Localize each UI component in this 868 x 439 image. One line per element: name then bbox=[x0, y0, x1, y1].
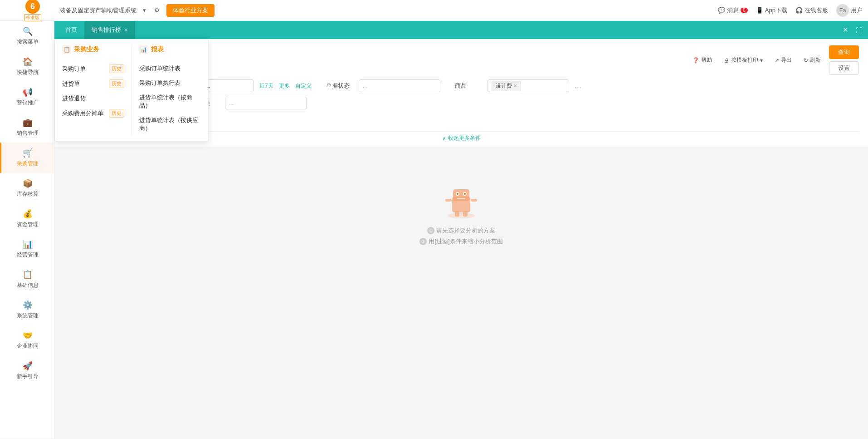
empty-state: ① 请先选择要分析的方案 ② 用[过滤]条件来缩小分析范围 bbox=[54, 147, 868, 285]
history-tag-stock: 历史 bbox=[109, 79, 124, 88]
help-icon: ❓ bbox=[692, 57, 699, 64]
sidebar-item-guide[interactable]: 🚀 新手引导 bbox=[0, 355, 54, 386]
message-badge: 6 bbox=[741, 8, 748, 13]
settings-page-btn[interactable]: 设置 bbox=[829, 61, 859, 75]
sidebar-item-enterprise[interactable]: 🤝 企业协同 bbox=[0, 325, 54, 355]
history-tag-fee: 历史 bbox=[109, 109, 124, 118]
purchase-dropdown-menu: 📋 采购业务 采购订单 历史 进货单 历史 进货退货 采购费用分摊单 历史 📊 … bbox=[54, 39, 209, 142]
purchase-header-icon: 📋 bbox=[62, 45, 71, 54]
export-icon: ↗ bbox=[775, 57, 779, 64]
svg-point-6 bbox=[464, 193, 466, 195]
report-order-stat-item[interactable]: 采购订单统计表 bbox=[139, 61, 201, 76]
goods-label: 商品 bbox=[455, 82, 482, 90]
phone-icon: 📱 bbox=[756, 7, 763, 14]
sidebar-item-finance[interactable]: 💰 资金管理 bbox=[0, 203, 54, 234]
user-btn[interactable]: Ea 用户 bbox=[836, 4, 863, 17]
purchase-icon: 🛒 bbox=[23, 148, 33, 158]
tab-close-icon[interactable]: ✕ bbox=[124, 27, 128, 33]
report-header-icon: 📊 bbox=[139, 45, 148, 54]
salesman-placeholder: ... bbox=[229, 100, 234, 106]
status-placeholder: ... bbox=[363, 83, 367, 89]
refresh-icon: ↻ bbox=[804, 57, 808, 64]
headset-icon: 🎧 bbox=[795, 7, 803, 14]
empty-step1: ① 请先选择要分析的方案 bbox=[427, 227, 495, 235]
status-label: 单据状态 bbox=[326, 82, 353, 90]
operation-icon: 📊 bbox=[23, 239, 33, 249]
sales-icon: 💼 bbox=[23, 118, 33, 128]
basic-icon: 📋 bbox=[23, 270, 33, 280]
report-supplier-stat-item[interactable]: 进货单统计表（按供应商） bbox=[139, 113, 201, 136]
system-dropdown-btn[interactable]: ▾ bbox=[139, 5, 149, 15]
purchase-order-item[interactable]: 采购订单 历史 bbox=[62, 61, 124, 76]
empty-illustration bbox=[439, 183, 484, 219]
report-order-exec-item[interactable]: 采购订单执行表 bbox=[139, 76, 201, 90]
svg-rect-8 bbox=[445, 199, 452, 202]
collapse-icon: ∧ bbox=[442, 135, 446, 142]
sidebar-item-system[interactable]: ⚙️ 系统管理 bbox=[0, 295, 54, 325]
sidebar-item-quick-nav[interactable]: 🏠 快捷导航 bbox=[0, 51, 54, 82]
marketing-icon: 📢 bbox=[23, 87, 33, 97]
svg-rect-2 bbox=[453, 189, 469, 201]
empty-step2: ② 用[过滤]条件来缩小分析范围 bbox=[419, 237, 502, 246]
svg-point-5 bbox=[457, 193, 458, 195]
finance-icon: 💰 bbox=[23, 209, 33, 219]
refresh-btn[interactable]: ↻ 刷新 bbox=[800, 54, 824, 66]
shortcut-custom[interactable]: 自定义 bbox=[295, 82, 312, 90]
logo-icon: 6 bbox=[25, 0, 40, 14]
purchase-stock-item[interactable]: 进货单 历史 bbox=[62, 76, 124, 91]
purchase-col: 📋 采购业务 采购订单 历史 进货单 历史 进货退货 采购费用分摊单 历史 bbox=[55, 45, 132, 136]
shortcut-more[interactable]: 更多 bbox=[279, 82, 290, 90]
inventory-icon: 📦 bbox=[23, 178, 33, 188]
message-icon: 💬 bbox=[718, 7, 725, 14]
goods-tag: 设计费 × bbox=[492, 81, 521, 91]
report-goods-stat-item[interactable]: 进货单统计表（按商品） bbox=[139, 90, 201, 113]
goods-more-icon[interactable]: ... bbox=[575, 83, 582, 89]
tab-home[interactable]: 首页 bbox=[58, 21, 84, 39]
sidebar-item-search[interactable]: 🔍 搜索菜单 bbox=[0, 21, 54, 51]
top-header: 6 标准版 装备及固定资产辅助管理系统 ▾ ⚙ 体验行业方案 💬 消息 6 📱 … bbox=[0, 0, 868, 21]
tab-close-all-icon[interactable]: ✕ bbox=[841, 24, 850, 36]
logo-tag: 标准版 bbox=[24, 14, 41, 21]
sidebar: 🔍 搜索菜单 🏠 快捷导航 📢 营销推广 💼 销售管理 🛒 采购管理 📦 库存核… bbox=[0, 21, 54, 439]
online-service-btn[interactable]: 🎧 在线客服 bbox=[795, 6, 828, 15]
history-tag-order: 历史 bbox=[109, 64, 124, 73]
svg-rect-7 bbox=[457, 198, 465, 199]
help-btn[interactable]: ❓ 帮助 bbox=[689, 54, 716, 66]
svg-point-0 bbox=[448, 213, 475, 218]
enterprise-icon: 🤝 bbox=[23, 330, 33, 340]
sidebar-item-marketing[interactable]: 📢 营销推广 bbox=[0, 82, 54, 112]
export-btn[interactable]: ↗ 导出 bbox=[771, 54, 795, 66]
industry-btn[interactable]: 体验行业方案 bbox=[166, 4, 215, 17]
system-icon: ⚙️ bbox=[23, 300, 33, 310]
svg-rect-10 bbox=[455, 211, 459, 217]
collapse-btn[interactable]: ∧ 收起更多条件 bbox=[442, 134, 481, 142]
print-icon: 🖨 bbox=[724, 57, 729, 64]
system-title: 装备及固定资产辅助管理系统 ▾ ⚙ bbox=[60, 5, 162, 15]
message-btn[interactable]: 💬 消息 6 bbox=[718, 6, 748, 15]
purchase-return-item[interactable]: 进货退货 bbox=[62, 91, 124, 106]
sidebar-item-inventory[interactable]: 📦 库存核算 bbox=[0, 173, 54, 203]
svg-rect-11 bbox=[463, 211, 468, 217]
sidebar-item-basic[interactable]: 📋 基础信息 bbox=[0, 264, 54, 295]
settings-icon-btn[interactable]: ⚙ bbox=[152, 5, 162, 15]
purchase-header: 📋 采购业务 bbox=[62, 45, 124, 57]
query-btn[interactable]: 查询 bbox=[829, 45, 859, 59]
avatar: Ea bbox=[836, 4, 849, 17]
purchase-fee-item[interactable]: 采购费用分摊单 历史 bbox=[62, 106, 124, 121]
guide-icon: 🚀 bbox=[23, 361, 33, 371]
print-btn[interactable]: 🖨 按模板打印 ▾ bbox=[720, 54, 766, 66]
tab-expand-icon[interactable]: ⛶ bbox=[854, 25, 864, 36]
tab-sales-rank[interactable]: 销售排行榜 ✕ bbox=[84, 21, 135, 39]
shortcut-7days[interactable]: 近7天 bbox=[259, 82, 273, 90]
header-right: 💬 消息 6 📱 App下载 🎧 在线客服 Ea 用户 bbox=[718, 4, 863, 17]
tab-bar: 首页 销售排行榜 ✕ ✕ ⛶ bbox=[54, 21, 868, 39]
svg-rect-9 bbox=[471, 199, 477, 202]
sidebar-item-sales[interactable]: 💼 销售管理 bbox=[0, 112, 54, 143]
goods-tag-remove[interactable]: × bbox=[514, 83, 517, 89]
report-col: 📊 报表 采购订单统计表 采购订单执行表 进货单统计表（按商品） 进货单统计表（… bbox=[132, 45, 209, 136]
sidebar-bottom: ⚙ ◀ bbox=[0, 437, 54, 439]
sidebar-item-operation[interactable]: 📊 经营管理 bbox=[0, 234, 54, 264]
tab-bar-right: ✕ ⛶ bbox=[841, 24, 864, 36]
app-download-btn[interactable]: 📱 App下载 bbox=[756, 6, 787, 15]
sidebar-item-purchase[interactable]: 🛒 采购管理 bbox=[0, 143, 54, 173]
